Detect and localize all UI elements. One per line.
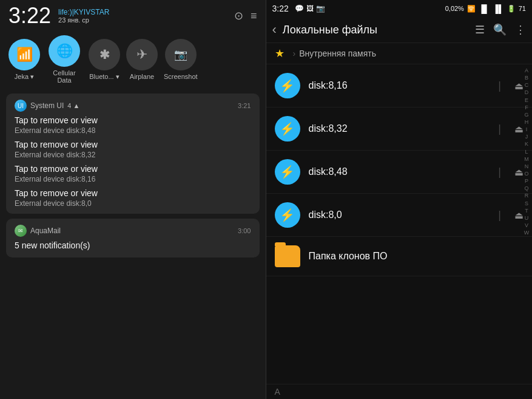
alpha-L[interactable]: L	[525, 148, 528, 155]
right-panel: 3:22 💬 🖼 📷 0,02% 🛜 ▐▌ ▐▌ 🔋 71 ‹ Локальны…	[266, 0, 533, 399]
alpha-I[interactable]: I	[526, 126, 528, 133]
cellular-label: Cellular Data	[46, 69, 82, 84]
bluetooth-label: Blueto... ▾	[89, 73, 119, 81]
toggle-airplane[interactable]: ✈ Airplane	[126, 39, 158, 80]
alpha-H[interactable]: H	[525, 118, 529, 126]
notif-item-4: Tap to remove or view External device di…	[15, 188, 251, 208]
systemui-count: 4 ▲	[67, 102, 79, 109]
quick-toggles: 📶 Jeka ▾ 🌐 Cellular Data ✱ Blueto... ▾ ✈…	[0, 29, 266, 90]
camera-status-icon: 📷	[316, 4, 325, 13]
wifi-label: Jeka ▾	[15, 73, 34, 81]
back-button[interactable]: ‹	[272, 22, 277, 38]
star-icon[interactable]: ★	[275, 47, 285, 60]
usb-icon-disk816: ⚡	[275, 73, 300, 98]
list-view-icon[interactable]: ☰	[475, 23, 485, 36]
notif-icon: 💬	[295, 4, 304, 13]
carrier-info: life:)|KYIVSTAR 23 янв. ср	[58, 8, 109, 24]
notif-title-1: Tap to remove or view	[15, 115, 251, 125]
alpha-W[interactable]: W	[524, 229, 530, 236]
aquamail-notification-card[interactable]: ✉ AquaMail 3:00 5 new notification(s)	[6, 219, 260, 257]
usb-icon-disk80: ⚡	[275, 202, 300, 228]
aquamail-app-icon: ✉	[15, 225, 27, 237]
signal1-icon: ▐▌	[479, 4, 490, 13]
battery-icon: 🔋	[507, 5, 516, 13]
header-icons: ☰ 🔍 ⋮	[475, 23, 526, 36]
toggle-wifi[interactable]: 📶 Jeka ▾	[8, 39, 40, 81]
file-divider-1: |	[498, 80, 501, 92]
alpha-M[interactable]: M	[524, 155, 529, 163]
file-name-disk848: disk:8,48	[309, 166, 490, 177]
alpha-A[interactable]: A	[525, 67, 528, 74]
airplane-icon: ✈	[126, 39, 158, 70]
alpha-D[interactable]: D	[525, 89, 529, 96]
alpha-R[interactable]: R	[525, 192, 529, 199]
toggle-screenshot[interactable]: 📷 Screenshot	[164, 39, 198, 80]
status-bar-left: 3:22 life:)|KYIVSTAR 23 янв. ср ⊙ ≡	[0, 0, 266, 29]
file-item-disk832[interactable]: ⚡ disk:8,32 | ⏏	[266, 107, 533, 151]
notif-title-4: Tap to remove or view	[15, 188, 251, 198]
time-left: 3:22	[8, 5, 51, 27]
notif-sub-3: External device disk:8,16	[15, 175, 251, 183]
folder-icon	[275, 245, 300, 267]
alpha-Q[interactable]: Q	[524, 185, 528, 192]
file-name-disk832: disk:8,32	[309, 123, 490, 134]
file-manager-title: Локальные файлы	[283, 24, 475, 36]
file-divider-3: |	[498, 166, 501, 179]
usb-icon-disk832: ⚡	[275, 116, 300, 142]
aquamail-title: 5 new notification(s)	[15, 240, 251, 250]
alpha-U[interactable]: U	[525, 214, 529, 222]
aquamail-app-name: AquaMail	[30, 227, 61, 235]
notif-sub-2: External device disk:8,32	[15, 151, 251, 159]
alpha-C[interactable]: C	[525, 81, 529, 89]
wifi-status-icon: 🛜	[467, 5, 476, 13]
alpha-V[interactable]: V	[525, 222, 528, 229]
folder-item-clones[interactable]: Папка клонов ПО	[266, 237, 533, 276]
alpha-N[interactable]: N	[525, 163, 529, 170]
notif-sub-1: External device disk:8,48	[15, 126, 251, 135]
breadcrumb-bar: ★ › Внутренняя память	[266, 43, 533, 64]
more-options-icon[interactable]: ⋮	[515, 23, 526, 36]
toggle-bluetooth[interactable]: ✱ Blueto... ▾	[89, 39, 120, 81]
screenshot-icon: 📷	[165, 39, 197, 70]
alpha-P[interactable]: P	[525, 177, 528, 185]
dropdown-icon[interactable]: ⊙	[234, 9, 243, 22]
file-item-disk848[interactable]: ⚡ disk:8,48 | ⏏	[266, 151, 533, 194]
airplane-label: Airplane	[130, 73, 154, 80]
notif-title-3: Tap to remove or view	[15, 164, 251, 174]
alpha-O[interactable]: O	[524, 170, 528, 177]
file-divider-4: |	[498, 209, 501, 222]
wifi-icon: 📶	[8, 39, 40, 70]
status-icons-left: ⊙ ≡	[234, 9, 257, 22]
notif-header-aquamail: ✉ AquaMail 3:00	[15, 225, 251, 237]
systemui-time: 3:21	[238, 102, 251, 109]
alpha-F[interactable]: F	[525, 104, 528, 111]
file-item-disk816[interactable]: ⚡ disk:8,16 | ⏏	[266, 64, 533, 107]
signal2-icon: ▐▌	[493, 4, 503, 13]
file-divider-2: |	[498, 123, 501, 135]
file-list: ⚡ disk:8,16 | ⏏ ⚡ disk:8,32 | ⏏ ⚡ disk:8…	[266, 64, 533, 384]
notif-sub-4: External device disk:8,0	[15, 199, 251, 208]
alpha-K[interactable]: K	[525, 140, 528, 148]
alpha-S[interactable]: S	[525, 200, 528, 207]
systemui-notification-card[interactable]: UI System UI 4 ▲ 3:21 Tap to remove or v…	[6, 94, 260, 214]
notif-item-2: Tap to remove or view External device di…	[15, 140, 251, 159]
search-icon[interactable]: 🔍	[493, 23, 507, 36]
image-icon: 🖼	[306, 4, 314, 13]
alpha-J[interactable]: J	[525, 133, 528, 140]
alpha-E[interactable]: E	[525, 97, 528, 104]
battery-level: 71	[519, 5, 526, 12]
file-name-disk816: disk:8,16	[309, 80, 490, 91]
menu-icon[interactable]: ≡	[251, 10, 257, 22]
notif-header-systemui: UI System UI 4 ▲ 3:21	[15, 100, 251, 112]
breadcrumb-separator: ›	[293, 49, 296, 58]
alpha-B[interactable]: B	[525, 74, 528, 81]
systemui-app-name: System UI	[30, 101, 64, 110]
status-bar-right: 3:22 💬 🖼 📷 0,02% 🛜 ▐▌ ▐▌ 🔋 71	[266, 0, 533, 17]
file-item-disk80[interactable]: ⚡ disk:8,0 | ⏏	[266, 194, 533, 237]
cellular-icon: 🌐	[49, 35, 80, 67]
toggle-cellular[interactable]: 🌐 Cellular Data	[46, 35, 82, 84]
alpha-T[interactable]: T	[525, 207, 528, 214]
date-label: 23 янв. ср	[58, 16, 109, 24]
alpha-G[interactable]: G	[524, 111, 528, 118]
bottom-alphabet-indicator: A	[266, 384, 533, 399]
